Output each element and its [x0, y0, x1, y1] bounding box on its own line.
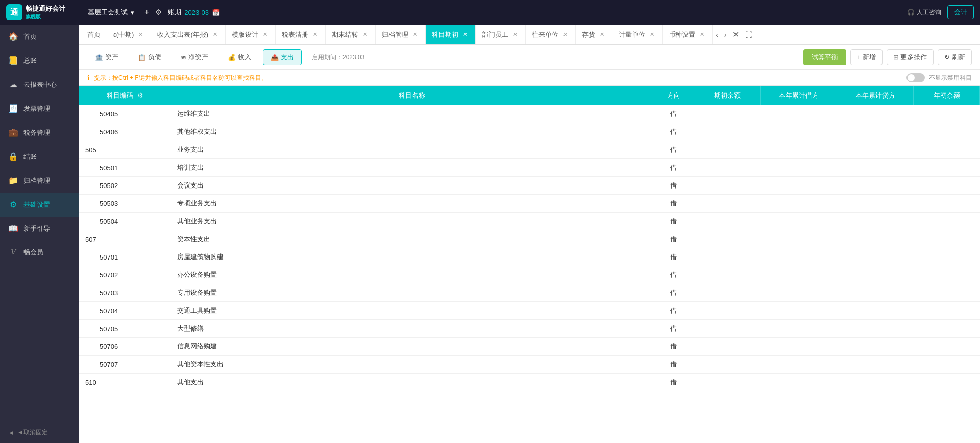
table-wrapper: 科目编码 ⚙ 科目名称 方向 期初余额 本年累计借方 本年累计贷方 年初余额 5 — [79, 86, 980, 443]
filter-tab-asset[interactable]: 🏦 资产 — [87, 49, 126, 65]
tab-inventory[interactable]: 存货 ✕ — [576, 25, 612, 45]
filter-tab-equity[interactable]: ≋ 净资产 — [173, 49, 216, 65]
table-row[interactable]: 50705大型修缮借 — [79, 320, 980, 338]
tab-close-icon[interactable]: ✕ — [598, 31, 606, 38]
table-row[interactable]: 507资本性支出借 — [79, 230, 980, 248]
tab-label: 币种设置 — [669, 30, 695, 39]
sidebar-item-invoice[interactable]: 🧾 发票管理 — [0, 97, 79, 121]
headset-icon: 🎧 — [907, 9, 915, 16]
invoice-icon: 🧾 — [8, 104, 18, 113]
add-button[interactable]: + 新增 — [850, 49, 883, 65]
tab-expand-btn[interactable]: ⛶ — [742, 31, 755, 39]
info-icon: ℹ — [87, 74, 90, 82]
tab-close-icon[interactable]: ✕ — [311, 31, 319, 38]
table-row[interactable]: 50707其他资本性支出借 — [79, 356, 980, 374]
tab-subject-init[interactable]: 科目期初 ✕ — [426, 25, 476, 45]
tab-home[interactable]: 首页 — [81, 25, 107, 45]
tab-balance-mid[interactable]: ε(中期) ✕ — [107, 25, 151, 45]
tab-close-all-btn[interactable]: ✕ — [729, 30, 742, 39]
table-row[interactable]: 50502会议支出借 — [79, 177, 980, 195]
disable-toggle[interactable] — [906, 73, 925, 82]
main-layout: 🏠 首页 📒 总账 ☁ 云报表中心 🧾 发票管理 💼 税务管理 🔒 结账 📁 归… — [0, 25, 980, 443]
table-row[interactable]: 50406其他维权支出借 — [79, 123, 980, 141]
refresh-button[interactable]: ↻ 刷新 — [938, 49, 972, 65]
period-info: 账期 2023-03 📅 — [168, 8, 220, 17]
sidebar: 🏠 首页 📒 总账 ☁ 云报表中心 🧾 发票管理 💼 税务管理 🔒 结账 📁 归… — [0, 25, 79, 443]
sidebar-item-ledger[interactable]: 📒 总账 — [0, 49, 79, 73]
period-label: 账期 — [168, 8, 181, 17]
balance-button[interactable]: 试算平衡 — [803, 49, 846, 65]
filter-tab-income[interactable]: 💰 收入 — [220, 49, 259, 65]
tab-period-end[interactable]: 期末结转 ✕ — [326, 25, 376, 45]
collapse-icon: ◄ — [8, 429, 14, 436]
tab-close-icon[interactable]: ✕ — [461, 31, 469, 38]
filter-tab-label: 收入 — [238, 53, 251, 62]
table-row[interactable]: 50702办公设备购置借 — [79, 266, 980, 284]
company-selector[interactable]: 基层工会测试 ▾ — [84, 6, 138, 19]
add-tab-icon[interactable]: + — [144, 8, 149, 17]
table-row[interactable]: 50504其他业务支出借 — [79, 213, 980, 230]
table-row[interactable]: 50704交通工具购置借 — [79, 302, 980, 320]
tab-close-icon[interactable]: ✕ — [137, 31, 144, 38]
tab-close-icon[interactable]: ✕ — [511, 31, 519, 38]
tab-close-icon[interactable]: ✕ — [648, 31, 656, 38]
filter-tab-label: 支出 — [281, 53, 294, 62]
sidebar-item-guide[interactable]: 📖 新手引导 — [0, 217, 79, 241]
tab-close-icon[interactable]: ✕ — [698, 31, 706, 38]
sidebar-item-archive[interactable]: 📁 归档管理 — [0, 169, 79, 193]
sidebar-item-label: 新手引导 — [23, 224, 50, 234]
calendar-icon[interactable]: 📅 — [212, 9, 220, 16]
column-settings-icon[interactable]: ⚙ — [137, 91, 143, 99]
sidebar-item-closing[interactable]: 🔒 结账 — [0, 145, 79, 169]
th-debit: 本年累计借方 — [761, 86, 837, 105]
filter-tab-liability[interactable]: 📋 负债 — [130, 49, 169, 65]
filter-and-action-bar: 🏦 资产 📋 负债 ≋ 净资产 💰 收入 📤 支出 — [79, 45, 980, 70]
filter-tab-label: 负债 — [148, 53, 161, 62]
tab-close-icon[interactable]: ✕ — [361, 31, 369, 38]
filter-tab-expense[interactable]: 📤 支出 — [263, 49, 302, 65]
sidebar-item-label: 税务管理 — [23, 128, 50, 137]
sidebar-item-home[interactable]: 🏠 首页 — [0, 25, 79, 49]
table-row[interactable]: 50501培训支出借 — [79, 159, 980, 177]
customer-service-btn[interactable]: 🎧 人工咨询 — [907, 8, 941, 17]
tab-label: 收入支出表(年报) — [157, 30, 208, 39]
sidebar-item-member[interactable]: V 畅会员 — [0, 241, 79, 264]
more-button[interactable]: ⊞ 更多操作 — [887, 49, 934, 65]
table-row[interactable]: 50503专项业务支出借 — [79, 195, 980, 213]
tab-counterparty[interactable]: 往来单位 ✕ — [526, 25, 576, 45]
accountant-button[interactable]: 会计 — [947, 5, 974, 19]
tab-template[interactable]: 模版设计 ✕ — [226, 25, 276, 45]
settings-icon[interactable]: ⚙ — [155, 8, 162, 17]
table-row[interactable]: 50405运维维支出借 — [79, 105, 980, 123]
table-row[interactable]: 505业务支出借 — [79, 141, 980, 159]
tab-close-icon[interactable]: ✕ — [561, 31, 569, 38]
tab-close-icon[interactable]: ✕ — [261, 31, 269, 38]
tab-archive[interactable]: 归档管理 ✕ — [376, 25, 426, 45]
sidebar-item-tax[interactable]: 💼 税务管理 — [0, 121, 79, 145]
tab-next-btn[interactable]: › — [721, 31, 730, 39]
table-row[interactable]: 50703专用设备购置借 — [79, 284, 980, 302]
sidebar-item-settings[interactable]: ⚙ 基础设置 — [0, 193, 79, 217]
tab-label: 首页 — [87, 30, 101, 39]
tab-income-year[interactable]: 收入支出表(年报) ✕ — [151, 25, 226, 45]
table-row[interactable]: 50701房屋建筑物购建借 — [79, 248, 980, 266]
filter-tab-label: 资产 — [105, 53, 118, 62]
tab-label: 税表清册 — [282, 30, 308, 39]
sidebar-collapse-btn[interactable]: ◄ ◄取消固定 — [0, 422, 79, 443]
tab-dept-staff[interactable]: 部门员工 ✕ — [476, 25, 526, 45]
action-buttons: 试算平衡 + 新增 ⊞ 更多操作 ↻ 刷新 — [803, 49, 972, 65]
table-header-row: 科目编码 ⚙ 科目名称 方向 期初余额 本年累计借方 本年累计贷方 年初余额 — [79, 86, 980, 105]
table-row[interactable]: 510其他支出借 — [79, 374, 980, 391]
tab-close-icon[interactable]: ✕ — [411, 31, 419, 38]
tab-label: 模版设计 — [232, 30, 258, 39]
tab-close-icon[interactable]: ✕ — [211, 31, 219, 38]
sidebar-item-label: 发票管理 — [23, 104, 50, 113]
tab-unit[interactable]: 计量单位 ✕ — [612, 25, 663, 45]
tab-currency[interactable]: 币种设置 ✕ — [663, 25, 713, 45]
tab-tax-clear[interactable]: 税表清册 ✕ — [276, 25, 326, 45]
sidebar-item-reports[interactable]: ☁ 云报表中心 — [0, 73, 79, 97]
table-row[interactable]: 50706信息网络购建借 — [79, 338, 980, 356]
tab-prev-btn[interactable]: ‹ — [713, 31, 721, 39]
subjects-table: 科目编码 ⚙ 科目名称 方向 期初余额 本年累计借方 本年累计贷方 年初余额 5 — [79, 86, 980, 391]
expense-icon: 📤 — [271, 54, 279, 61]
